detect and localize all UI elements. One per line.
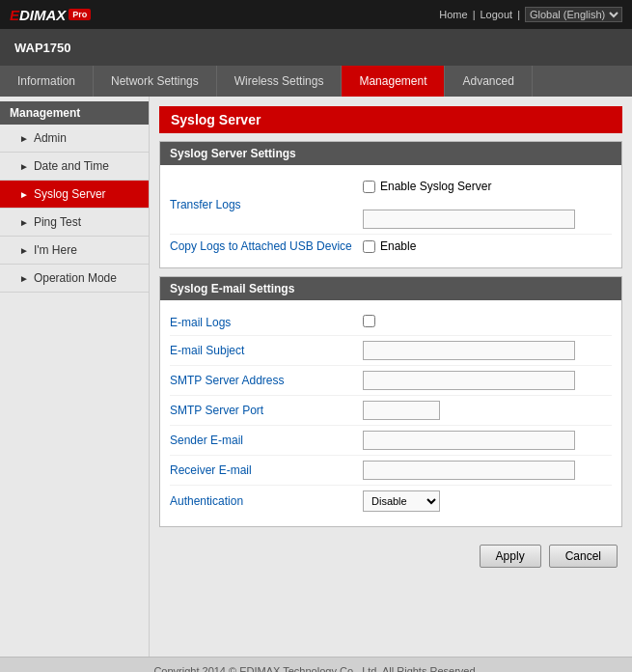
cancel-button[interactable]: Cancel	[549, 545, 618, 568]
syslog-settings-title: Syslog Server Settings	[160, 142, 621, 165]
sidebar-item-syslog-server[interactable]: ► Syslog Server	[0, 181, 149, 209]
transfer-logs-input[interactable]	[363, 210, 575, 229]
sidebar-item-im-here[interactable]: ► I'm Here	[0, 237, 149, 265]
model-name: WAP1750	[14, 41, 71, 55]
syslog-settings-section: Syslog Server Settings Transfer Logs Ena…	[159, 141, 622, 268]
authentication-row: Authentication Disable Enable	[170, 486, 612, 517]
top-bar: EDIMAX Pro Home | Logout | Global (Engli…	[0, 0, 632, 29]
transfer-logs-label: Transfer Logs	[170, 198, 363, 211]
logout-link[interactable]: Logout	[480, 9, 512, 20]
copy-logs-label: Copy Logs to Attached USB Device	[170, 239, 363, 253]
model-bar: WAP1750	[0, 29, 632, 66]
sender-email-control	[363, 431, 612, 450]
logo: EDIMAX Pro	[10, 7, 91, 23]
arrow-icon: ►	[19, 161, 29, 172]
sender-email-input[interactable]	[363, 431, 575, 450]
email-settings-title: Syslog E-mail Settings	[160, 277, 621, 300]
smtp-address-control	[363, 371, 612, 390]
sidebar-item-ping-test[interactable]: ► Ping Test	[0, 209, 149, 237]
sidebar-item-operation-mode[interactable]: ► Operation Mode	[0, 265, 149, 293]
email-subject-input[interactable]	[363, 341, 575, 360]
enable-syslog-checkbox[interactable]	[363, 181, 375, 193]
receiver-email-row: Receiver E-mail	[170, 456, 612, 486]
transfer-logs-control: Enable Syslog Server	[363, 180, 612, 229]
buttons-row: Apply Cancel	[159, 535, 622, 577]
main-layout: Management ► Admin ► Date and Time ► Sys…	[0, 97, 632, 657]
language-select[interactable]: Global (English)	[525, 7, 622, 22]
sender-email-row: Sender E-mail	[170, 426, 612, 456]
sidebar-item-date-and-time[interactable]: ► Date and Time	[0, 153, 149, 181]
email-settings-section: Syslog E-mail Settings E-mail Logs E-mai…	[159, 276, 622, 527]
footer: Copyright 2014 © EDIMAX Technology Co., …	[0, 657, 632, 672]
arrow-icon: ►	[19, 245, 29, 256]
separator1: |	[473, 9, 476, 20]
nav-item-wireless-settings[interactable]: Wireless Settings	[217, 66, 343, 97]
authentication-select[interactable]: Disable Enable	[363, 490, 440, 512]
nav-bar: Information Network Settings Wireless Se…	[0, 66, 632, 97]
nav-item-management[interactable]: Management	[342, 66, 445, 97]
copy-logs-checkbox[interactable]	[363, 240, 375, 253]
smtp-address-input[interactable]	[363, 371, 575, 390]
copy-logs-enable-label[interactable]: Enable	[363, 239, 612, 253]
receiver-email-control	[363, 461, 612, 480]
arrow-icon: ►	[19, 217, 29, 228]
home-link[interactable]: Home	[439, 9, 467, 20]
content-area: Syslog Server Syslog Server Settings Tra…	[150, 97, 632, 657]
sender-email-label: Sender E-mail	[170, 434, 363, 447]
email-subject-label: E-mail Subject	[170, 344, 363, 357]
email-subject-row: E-mail Subject	[170, 336, 612, 366]
arrow-icon: ►	[19, 133, 29, 144]
email-logs-row: E-mail Logs	[170, 310, 612, 336]
footer-text: Copyright 2014 © EDIMAX Technology Co., …	[153, 665, 478, 672]
sidebar: Management ► Admin ► Date and Time ► Sys…	[0, 97, 150, 657]
arrow-icon: ►	[19, 273, 29, 284]
email-subject-control	[363, 341, 612, 360]
receiver-email-input[interactable]	[363, 461, 575, 480]
receiver-email-label: Receiver E-mail	[170, 463, 363, 477]
email-logs-control	[363, 315, 612, 330]
email-logs-label: E-mail Logs	[170, 316, 363, 329]
top-links: Home | Logout | Global (English)	[439, 7, 622, 22]
authentication-label: Authentication	[170, 494, 363, 508]
arrow-icon: ►	[19, 189, 29, 200]
smtp-port-row: SMTP Server Port	[170, 396, 612, 426]
nav-item-information[interactable]: Information	[0, 66, 94, 97]
apply-button[interactable]: Apply	[480, 545, 541, 568]
copy-logs-control: Enable	[363, 239, 612, 253]
enable-syslog-label[interactable]: Enable Syslog Server	[363, 180, 612, 193]
smtp-port-label: SMTP Server Port	[170, 404, 363, 417]
separator2: |	[517, 9, 520, 20]
syslog-settings-body: Transfer Logs Enable Syslog Server Copy …	[160, 165, 621, 267]
nav-item-network-settings[interactable]: Network Settings	[94, 66, 217, 97]
copy-logs-row: Copy Logs to Attached USB Device Enable	[170, 235, 612, 258]
authentication-control: Disable Enable	[363, 490, 612, 512]
smtp-port-control	[363, 401, 612, 420]
smtp-address-label: SMTP Server Address	[170, 374, 363, 387]
smtp-port-input[interactable]	[363, 401, 440, 420]
transfer-logs-row: Transfer Logs Enable Syslog Server	[170, 175, 612, 235]
email-logs-checkbox[interactable]	[363, 315, 375, 327]
sidebar-group-title: Management	[0, 101, 149, 125]
page-title: Syslog Server	[159, 106, 622, 133]
sidebar-item-admin[interactable]: ► Admin	[0, 125, 149, 153]
smtp-address-row: SMTP Server Address	[170, 366, 612, 396]
email-settings-body: E-mail Logs E-mail Subject SMTP Server A…	[160, 300, 621, 526]
nav-item-advanced[interactable]: Advanced	[445, 66, 532, 97]
